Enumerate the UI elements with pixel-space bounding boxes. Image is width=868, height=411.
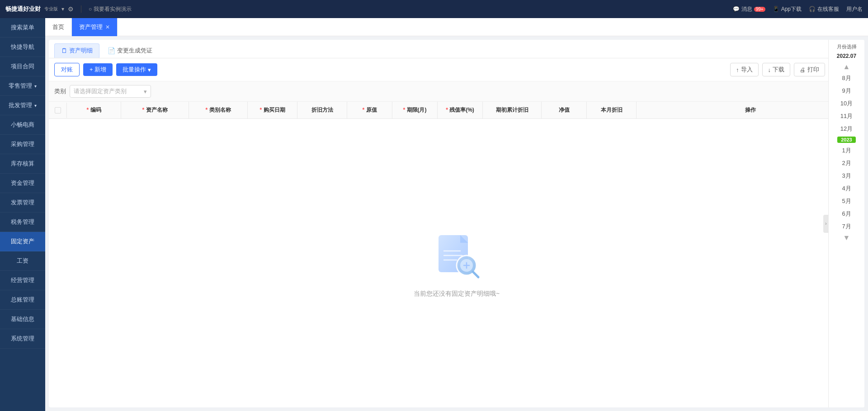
payroll-label: 工资 [17,257,28,264]
add-button[interactable]: + 新增 [83,63,113,76]
user-menu[interactable]: 用户名 [846,5,863,13]
th-code-label: 编码 [90,107,101,113]
th-net-label: 净值 [559,107,570,113]
sidebar-item-inventory[interactable]: 库存核算 [0,154,45,174]
th-code: * 编码 [67,102,121,118]
empty-text: 当前您还没有固定资产明细哦~ [414,290,500,298]
sidebar-item-tax-mgmt[interactable]: 税务管理 [0,213,45,232]
inner-page: 🗒 资产明细 📄 变更生成凭证 对账 + 新增 批量操作 ▾ [49,40,864,407]
match-button[interactable]: 对账 [54,63,80,76]
sidebar-item-purchase-mgmt[interactable]: 采购管理 [0,135,45,154]
batch-arrow-icon: ▾ [148,66,151,73]
th-monthly-label: 本月折旧 [601,107,623,113]
month-item-12[interactable]: 12月 [829,123,864,135]
category-select-arrow: ▾ [144,88,147,95]
tax-mgmt-label: 税务管理 [11,218,34,225]
purchase-mgmt-label: 采购管理 [11,141,34,147]
ecommerce-label: 小畅电商 [11,121,34,128]
tab-bar: 首页 资产管理 ✕ [45,18,868,36]
demo-link[interactable]: ○ 我要看实例演示 [89,5,132,13]
basic-info-label: 基础信息 [11,316,34,322]
demo-icon: ○ [89,6,92,12]
app-download-label: App下载 [781,5,802,13]
download-icon: ↓ [768,66,771,73]
sidebar-item-basic-info[interactable]: 基础信息 [0,310,45,329]
th-net: 净值 [542,102,587,118]
th-monthly: 本月折旧 [587,102,637,118]
category-filter-label: 类别 [54,87,66,95]
th-period-label: 期限(月) [407,107,427,113]
inventory-label: 库存核算 [11,160,34,167]
download-button[interactable]: ↓ 下载 [762,63,791,76]
online-service-button[interactable]: 🎧 在线客服 [809,5,839,13]
tab-home[interactable]: 首页 [45,18,72,36]
th-residual: * 残值率(%) [438,102,483,118]
system-mgmt-label: 系统管理 [11,335,34,342]
month-item-11[interactable]: 11月 [829,110,864,123]
sidebar-item-search-menu[interactable]: 搜索菜单 [0,18,45,38]
month-item-2[interactable]: 2月 [829,157,864,170]
th-residual-label: 残值率(%) [449,107,474,113]
sub-tab-asset-detail[interactable]: 🗒 资产明细 [54,43,99,58]
invoice-mgmt-label: 发票管理 [11,199,34,206]
content-area: 首页 资产管理 ✕ 🗒 资产明细 📄 变更生成凭证 [45,18,868,411]
month-item-4[interactable]: 4月 [829,182,864,195]
month-panel-collapse[interactable]: › [823,215,829,233]
app-name: 畅捷通好业财 [5,5,41,13]
sidebar-item-quick-nav[interactable]: 快捷导航 [0,38,45,57]
settings-icon[interactable]: ⚙ [68,5,74,13]
sidebar-item-payroll[interactable]: 工资 [0,251,45,271]
batch-label: 批量操作 [123,66,146,74]
service-icon: 🎧 [809,6,816,12]
sidebar-item-project-contract[interactable]: 项目合同 [0,57,45,76]
sidebar-item-ledger-mgmt[interactable]: 总账管理 [0,290,45,310]
retail-mgmt-label: 零售管理 [9,82,32,89]
tab-asset-mgmt-label: 资产管理 [79,23,103,31]
tab-close-icon[interactable]: ✕ [105,24,110,30]
wholesale-mgmt-arrow: ▾ [34,103,37,108]
th-accumulated: 期初累计折旧 [483,102,542,118]
sidebar-item-wholesale-mgmt[interactable]: 批发管理 ▾ [0,96,45,115]
import-button[interactable]: ↑ 导入 [730,63,759,76]
quick-nav-label: 快捷导航 [11,43,34,50]
import-icon: ↑ [736,66,739,73]
th-category-label: 类别名称 [209,107,231,113]
tab-home-label: 首页 [52,23,64,31]
month-item-10[interactable]: 10月 [829,97,864,110]
month-item-7[interactable]: 7月 [829,220,864,233]
page-content: 🗒 资产明细 📄 变更生成凭证 对账 + 新增 批量操作 ▾ [49,40,864,407]
demo-label: 我要看实例演示 [94,5,132,13]
year-badge-2023[interactable]: 2023 [837,137,855,143]
table-header: * 编码 * 资产名称 * 类别名称 * 购买日期 [49,102,864,119]
month-item-5[interactable]: 5月 [829,195,864,208]
sidebar-item-invoice-mgmt[interactable]: 发票管理 [0,193,45,213]
th-original: * 原值 [347,102,392,118]
asset-detail-label: 资产明细 [69,47,93,55]
batch-button[interactable]: 批量操作 ▾ [116,63,157,76]
month-item-8[interactable]: 8月 [829,72,864,85]
month-item-9[interactable]: 9月 [829,85,864,97]
month-prev-icon[interactable]: ▲ [842,62,851,72]
sidebar-item-retail-mgmt[interactable]: 零售管理 ▾ [0,76,45,96]
app-download-button[interactable]: 📱 App下载 [773,5,802,13]
account-dropdown[interactable]: ▾ [61,6,64,12]
th-accumulated-label: 期初累计折旧 [496,107,528,113]
month-item-1[interactable]: 1月 [829,144,864,157]
sub-tab-change-voucher[interactable]: 📄 变更生成凭证 [101,44,159,57]
sidebar-item-business-mgmt[interactable]: 经营管理 [0,271,45,290]
sidebar-item-system-mgmt[interactable]: 系统管理 [0,329,45,349]
sidebar-item-fixed-assets[interactable]: 固定资产 [0,232,45,251]
month-next-icon[interactable]: ▼ [842,233,851,243]
wholesale-mgmt-label: 批发管理 [9,102,32,109]
month-item-3[interactable]: 3月 [829,170,864,182]
category-select[interactable]: 请选择固定资产类别 ▾ [70,85,151,98]
month-item-6[interactable]: 6月 [829,208,864,220]
sidebar-item-fund-mgmt[interactable]: 资金管理 [0,174,45,193]
message-button[interactable]: 💬 消息 99+ [733,5,765,13]
print-button[interactable]: 🖨 打印 [794,63,825,76]
header-checkbox[interactable] [55,107,61,113]
tab-asset-mgmt[interactable]: 资产管理 ✕ [72,18,118,36]
empty-state: 当前您还没有固定资产明细哦~ [49,119,864,407]
service-label: 在线客服 [817,5,839,13]
sidebar-item-ecommerce[interactable]: 小畅电商 [0,115,45,135]
